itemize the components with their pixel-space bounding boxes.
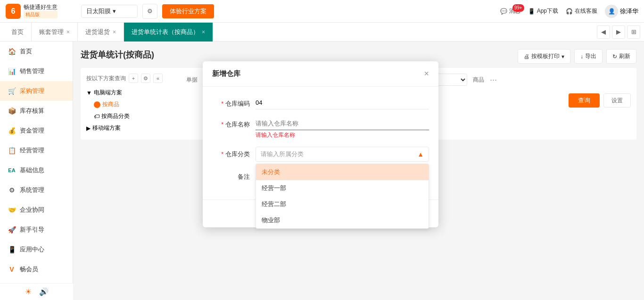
- tree-node-by-product[interactable]: 按商品: [94, 99, 181, 110]
- name-input[interactable]: [256, 117, 429, 130]
- tree-node-by-category[interactable]: 🏷 按商品分类: [94, 110, 181, 122]
- logo-area: 6 畅捷通好生意 精品版: [6, 4, 76, 19]
- guide-icon: 🚀: [8, 225, 16, 234]
- tab-home[interactable]: 首页: [4, 23, 32, 42]
- sidebar-item-guide[interactable]: 🚀 新手引导: [0, 220, 73, 240]
- online-service-label: 在线客服: [575, 7, 597, 15]
- form-row-category: * 仓库分类 请输入所属分类 ▲ 未分类 经营一部 经营二部 物业部: [212, 147, 429, 162]
- category-dropdown: 未分类 经营一部 经营二部 物业部: [256, 164, 429, 229]
- basic-info-icon: EA: [8, 166, 16, 175]
- gear-button[interactable]: ⚙: [142, 4, 157, 19]
- sidebar-item-sales[interactable]: 📊 销售管理: [0, 61, 73, 81]
- category-label: * 仓库分类: [212, 147, 250, 158]
- sidebar-item-inventory[interactable]: 📦 库存核算: [0, 101, 73, 121]
- export-button[interactable]: ↓ 导出: [574, 49, 603, 64]
- tab-menu-button[interactable]: ⊞: [627, 25, 640, 39]
- dialog-title: 新增仓库: [212, 69, 240, 78]
- sidebar-item-enterprise[interactable]: 🤝 企业协同: [0, 200, 73, 220]
- sidebar-sales-label: 销售管理: [20, 67, 44, 75]
- print-button[interactable]: 🖨 按模板打印 ▾: [518, 49, 570, 64]
- code-required-star: *: [221, 100, 223, 107]
- tab-purchase-stats[interactable]: 进货单统计表（按商品） ×: [124, 23, 213, 42]
- tree-mobile-expand: ▶: [86, 125, 91, 132]
- tab-account-close[interactable]: ×: [66, 29, 70, 35]
- name-required-star: *: [221, 121, 223, 128]
- refresh-icon: ↻: [612, 53, 617, 60]
- new-warehouse-dialog: 新增仓库 × * 仓库编码 * 仓库名称 请输入仓库名称 *: [203, 61, 438, 227]
- code-label: * 仓库编码: [212, 96, 250, 108]
- gear-icon: ⚙: [147, 8, 153, 15]
- category-placeholder: 请输入所属分类: [261, 150, 304, 158]
- header-right: 💬 消息 99+ 📱 App下载 🎧 在线客服 👤 徐泽华: [500, 5, 638, 18]
- query-button[interactable]: 查询: [569, 93, 600, 108]
- sidebar-item-finance[interactable]: 💰 资金管理: [0, 121, 73, 141]
- tab-account[interactable]: 账套管理 ×: [32, 23, 78, 42]
- tab-purchase-stats-close[interactable]: ×: [202, 29, 205, 35]
- orange-dot: [94, 101, 100, 108]
- code-input[interactable]: [256, 96, 429, 109]
- collapse-scheme-button[interactable]: «: [153, 74, 163, 83]
- online-service-button[interactable]: 🎧 在线客服: [566, 7, 597, 15]
- sidebar-system-label: 系统管理: [20, 186, 44, 194]
- settings-button[interactable]: 设置: [603, 93, 631, 108]
- sidebar-item-system[interactable]: ⚙ 系统管理: [0, 180, 73, 200]
- tree-expand-icon: ▼: [86, 90, 92, 96]
- query-label: 按以下方案查询: [86, 75, 126, 83]
- add-scheme-button[interactable]: +: [129, 74, 138, 83]
- filter-danju-label: 单据: [186, 76, 198, 84]
- refresh-button[interactable]: ↻ 刷新: [606, 49, 636, 64]
- app-download-button[interactable]: 📱 App下载: [528, 7, 558, 15]
- sidebar-item-purchase[interactable]: 🛒 采购管理: [0, 81, 73, 101]
- tab-purchase-return[interactable]: 进货退货 ×: [78, 23, 124, 42]
- refresh-label: 刷新: [619, 52, 630, 60]
- user-avatar[interactable]: 👤 徐泽华: [605, 5, 638, 18]
- export-icon: ↓: [580, 53, 583, 60]
- dropdown-item-0[interactable]: 未分类: [256, 164, 429, 180]
- message-button[interactable]: 💬 消息 99+: [500, 7, 520, 15]
- category-select-input[interactable]: 请输入所属分类 ▲: [256, 147, 429, 162]
- sidebar-item-home[interactable]: 🏠 首页: [0, 42, 73, 61]
- tree-pc-label: 电脑端方案: [94, 89, 122, 97]
- name-label: * 仓库名称: [212, 117, 250, 129]
- sidebar-vip-label: 畅会员: [20, 265, 38, 274]
- sidebar-item-basic-info[interactable]: EA 基础信息: [0, 160, 73, 180]
- sidebar-item-operations[interactable]: 📋 经营管理: [0, 141, 73, 160]
- tab-left-button[interactable]: ◀: [597, 25, 610, 39]
- scheme-header: 按以下方案查询 + ⚙ «: [86, 74, 181, 83]
- sound-icon[interactable]: 🔊: [39, 287, 49, 296]
- by-category-label: 按商品分类: [101, 112, 130, 120]
- edit-scheme-button[interactable]: ⚙: [141, 74, 150, 83]
- sidebar-operations-label: 经营管理: [20, 146, 44, 155]
- tab-right-button[interactable]: ▶: [612, 25, 625, 39]
- print-label: 按模板打印: [531, 52, 560, 60]
- sidebar-purchase-label: 采购管理: [20, 87, 44, 95]
- tab-purchase-return-close[interactable]: ×: [113, 29, 116, 35]
- avatar-circle: 👤: [605, 5, 618, 18]
- scheme-panel: 按以下方案查询 + ⚙ « ▼ 电脑端方案 按商品: [86, 74, 181, 134]
- filter-goods-dots: ···: [490, 75, 497, 85]
- tab-home-label: 首页: [11, 28, 24, 36]
- store-name: 日太阳膜: [86, 7, 111, 16]
- dialog-close-button[interactable]: ×: [424, 69, 429, 79]
- dropdown-item-2[interactable]: 经营二部: [256, 196, 429, 212]
- scheme-tree: ▼ 电脑端方案 按商品 🏷 按商品分类 ▶: [86, 87, 181, 134]
- app-badge: 精品版: [24, 11, 58, 18]
- sidebar-item-apps[interactable]: 📱 应用中心: [0, 240, 73, 259]
- by-product-label: 按商品: [102, 100, 119, 108]
- dialog-header: 新增仓库 ×: [203, 61, 438, 87]
- trial-button[interactable]: 体验行业方案: [162, 4, 214, 18]
- sales-icon: 📊: [8, 67, 16, 75]
- sidebar-item-vip[interactable]: V 畅会员: [0, 259, 73, 279]
- store-selector[interactable]: 日太阳膜 ▾: [81, 5, 138, 18]
- sidebar: 🏠 首页 📊 销售管理 🛒 采购管理 📦 库存核算 💰 资金管理 📋 经营管理 …: [0, 42, 73, 300]
- phone-icon: 📱: [528, 8, 535, 15]
- dropdown-item-3[interactable]: 物业部: [256, 212, 429, 228]
- theme-icon[interactable]: ☀: [25, 287, 32, 296]
- tree-node-pc[interactable]: ▼ 电脑端方案: [86, 87, 181, 99]
- form-row-code: * 仓库编码: [212, 96, 429, 109]
- dropdown-item-1[interactable]: 经营一部: [256, 180, 429, 196]
- form-row-name: * 仓库名称 请输入仓库名称: [212, 117, 429, 139]
- tree-node-mobile[interactable]: ▶ 移动端方案: [86, 122, 181, 134]
- vip-icon: V: [8, 265, 16, 274]
- top-header: 6 畅捷通好生意 精品版 日太阳膜 ▾ ⚙ 体验行业方案 💬 消息 99+ 📱 …: [0, 0, 644, 23]
